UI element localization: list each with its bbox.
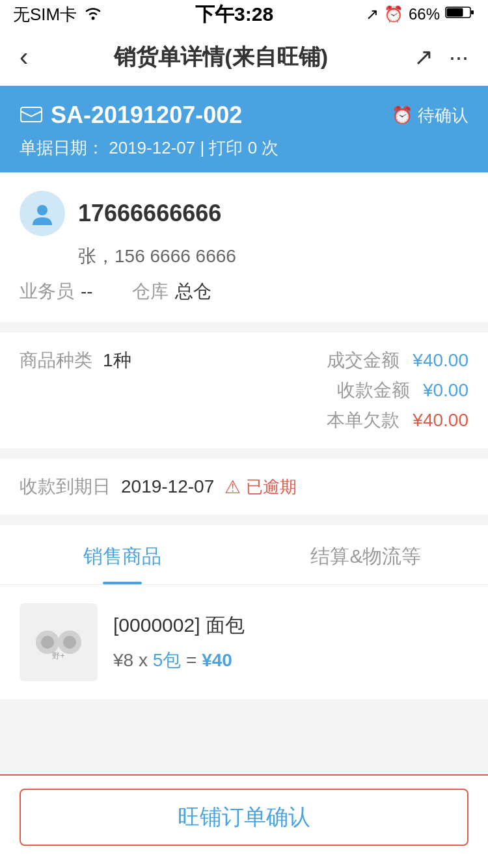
sales-label: 业务员: [20, 279, 74, 304]
status-text: 待确认: [418, 104, 468, 127]
order-type-icon: [20, 102, 43, 129]
customer-phone: 17666666666: [78, 200, 221, 227]
product-code: [0000002]: [113, 614, 200, 636]
due-label: 收款到期日: [20, 474, 111, 499]
product-type-value: 1种: [103, 348, 131, 373]
wifi-icon: [83, 5, 103, 25]
product-title: 面包: [206, 614, 245, 636]
share-icon[interactable]: ↗: [414, 44, 433, 71]
deal-amount-label: 成交金额: [327, 348, 400, 373]
debt-label: 本单欠款: [327, 408, 400, 433]
customer-section: 17666666666 张，156 6666 6666 业务员 -- 仓库 总仓: [0, 172, 488, 322]
date-label: 单据日期：: [20, 138, 104, 157]
tab-settlement-logistics[interactable]: 结算&物流等: [244, 525, 488, 584]
svg-point-9: [63, 636, 76, 649]
deal-amount-value: ¥40.00: [413, 350, 468, 371]
product-calc: ¥8 x 5包 = ¥40: [113, 648, 468, 673]
svg-point-5: [37, 205, 47, 215]
summary-section: 商品种类 1种 成交金额 ¥40.00 收款金额 ¥0.00 本单欠款 ¥40.…: [0, 332, 488, 448]
warehouse-value: 总仓: [175, 279, 211, 304]
products-section: 野+ [0000002] 面包 ¥8 x 5包 = ¥40: [0, 585, 488, 700]
collection-value: ¥0.00: [423, 380, 468, 401]
bottom-bar: 旺铺订单确认: [0, 774, 488, 868]
alarm-icon: ⏰: [384, 5, 403, 23]
order-status: ⏰ 待确认: [392, 104, 468, 127]
location-icon: ↗: [366, 5, 379, 23]
order-header-card: SA-20191207-002 ⏰ 待确认 单据日期： 2019-12-07 |…: [0, 86, 488, 172]
order-number: SA-20191207-002: [20, 102, 242, 129]
more-icon[interactable]: ···: [449, 44, 468, 71]
collection-label: 收款金额: [337, 378, 410, 403]
debt-amount-row: 本单欠款 ¥40.00: [327, 408, 468, 433]
date-value: 2019-12-07: [109, 138, 195, 157]
sales-meta: 业务员 --: [20, 279, 93, 304]
amounts: 成交金额 ¥40.00 收款金额 ¥0.00 本单欠款 ¥40.00: [327, 348, 468, 433]
status-clock-icon: ⏰: [392, 105, 413, 126]
avatar: [20, 191, 65, 236]
tab-sales-products[interactable]: 销售商品: [0, 525, 244, 584]
due-date-section: 收款到期日 2019-12-07 ⚠ 已逾期: [0, 459, 488, 515]
status-left: 无SIM卡: [13, 3, 103, 26]
nav-bar: ‹ 销货单详情(来自旺铺) ↗ ···: [0, 29, 488, 86]
svg-rect-3: [446, 8, 463, 17]
product-info: [0000002] 面包 ¥8 x 5包 = ¥40: [113, 612, 468, 673]
status-time: 下午3:28: [195, 1, 273, 28]
back-button[interactable]: ‹: [20, 42, 28, 72]
page-title: 销货单详情(来自旺铺): [114, 42, 328, 72]
status-bar: 无SIM卡 下午3:28 ↗ ⏰ 66%: [0, 0, 488, 29]
customer-name: 张，156 6666 6666: [20, 244, 468, 269]
svg-point-0: [92, 16, 95, 20]
product-type-label: 商品种类: [20, 348, 92, 373]
svg-text:野+: 野+: [52, 651, 64, 660]
deal-amount-row: 成交金额 ¥40.00: [327, 348, 468, 373]
svg-rect-4: [21, 107, 42, 122]
svg-rect-2: [471, 10, 474, 14]
order-date-row: 单据日期： 2019-12-07 | 打印 0 次: [20, 137, 468, 159]
price-base: ¥8 x: [113, 650, 153, 670]
customer-meta: 业务员 -- 仓库 总仓: [20, 279, 468, 304]
collection-amount-row: 收款金额 ¥0.00: [337, 378, 468, 403]
svg-point-7: [41, 636, 54, 649]
debt-value: ¥40.00: [413, 410, 468, 431]
battery-label: 66%: [409, 5, 440, 23]
sales-value: --: [81, 281, 93, 302]
calc-separator: =: [186, 650, 202, 670]
product-name: [0000002] 面包: [113, 612, 468, 639]
status-right: ↗ ⏰ 66%: [366, 5, 475, 23]
product-total: ¥40: [202, 650, 232, 670]
print-text: | 打印 0 次: [200, 138, 278, 157]
order-id: SA-20191207-002: [51, 102, 242, 129]
product-type: 商品种类 1种: [20, 348, 131, 373]
battery-icon: [445, 5, 475, 23]
due-date-value: 2019-12-07: [121, 476, 214, 497]
carrier-label: 无SIM卡: [13, 3, 77, 26]
product-qty: 5包: [153, 650, 182, 670]
product-item: 野+ [0000002] 面包 ¥8 x 5包 = ¥40: [0, 585, 488, 700]
warehouse-meta: 仓库 总仓: [132, 279, 211, 304]
product-image: 野+: [20, 603, 98, 681]
warehouse-label: 仓库: [132, 279, 169, 304]
overdue-alert-icon: ⚠: [224, 476, 241, 498]
tabs-section: 销售商品 结算&物流等: [0, 525, 488, 585]
overdue-text: 已逾期: [246, 476, 297, 498]
confirm-order-button[interactable]: 旺铺订单确认: [20, 789, 468, 846]
nav-actions: ↗ ···: [414, 44, 468, 71]
overdue-badge: ⚠ 已逾期: [224, 476, 297, 498]
